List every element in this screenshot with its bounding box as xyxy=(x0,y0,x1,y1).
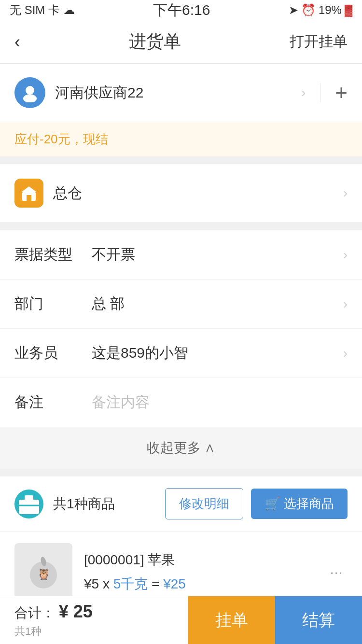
cart-icon: 🛒 xyxy=(265,496,280,511)
product-name: [0000001] 苹果 xyxy=(84,551,325,569)
warehouse-card: 总仓 › xyxy=(0,164,362,223)
battery-icon: ▓ xyxy=(345,4,352,16)
footer-total: 合计： ¥ 25 共1种 xyxy=(0,596,188,644)
supplier-card: 河南供应商22 › + 应付-20元，现结 xyxy=(0,64,362,156)
remark-label: 备注 xyxy=(14,392,82,412)
remark-row[interactable]: 备注 备注内容 xyxy=(0,378,362,427)
supplier-row[interactable]: 河南供应商22 › + xyxy=(0,64,362,122)
products-card: 共1种商品 修改明细 🛒 选择商品 🦉 [0000001] 苹果 xyxy=(0,476,362,613)
status-time: 下午6:16 xyxy=(153,0,210,20)
product-more-button[interactable]: ··· xyxy=(325,559,348,586)
footer-total-line: 合计： ¥ 25 xyxy=(14,602,174,622)
product-info: [0000001] 苹果 ¥5 x 5千克 = ¥25 xyxy=(84,551,325,593)
products-count: 共1种商品 xyxy=(53,495,165,513)
ticket-type-row[interactable]: 票据类型 不开票 › xyxy=(0,230,362,280)
page-title: 进货单 xyxy=(129,30,181,54)
back-button[interactable]: ‹ xyxy=(14,32,20,52)
ticket-type-value: 不开票 xyxy=(92,245,343,265)
total-amount: ¥ 25 xyxy=(59,602,93,621)
location-icon: ➤ xyxy=(289,3,298,17)
svg-rect-6 xyxy=(25,495,33,501)
footer: 合计： ¥ 25 共1种 挂单 结算 xyxy=(0,596,362,644)
svg-rect-5 xyxy=(19,500,39,514)
product-price: ¥5 x 5千克 = ¥25 xyxy=(84,575,325,593)
warehouse-name: 总仓 xyxy=(53,183,343,203)
open-hang-button[interactable]: 打开挂单 xyxy=(290,32,348,52)
battery-level: 19% xyxy=(319,3,342,17)
warehouse-icon xyxy=(14,179,43,208)
warehouse-chevron-icon: › xyxy=(343,185,348,201)
department-value: 总 部 xyxy=(92,294,343,314)
ticket-type-chevron-icon: › xyxy=(343,247,348,263)
select-product-button[interactable]: 🛒 选择商品 xyxy=(251,489,348,519)
supplier-notice: 应付-20元，现结 xyxy=(0,122,362,156)
svg-point-1 xyxy=(23,94,37,102)
status-left: 无 SIM 卡 ☁ xyxy=(10,2,75,18)
remark-placeholder: 备注内容 xyxy=(92,392,348,412)
hang-button[interactable]: 挂单 xyxy=(188,596,275,644)
department-label: 部门 xyxy=(14,294,82,314)
supplier-right: › + xyxy=(301,81,348,105)
warehouse-row[interactable]: 总仓 › xyxy=(0,164,362,223)
supplier-name: 河南供应商22 xyxy=(55,83,301,103)
salesperson-row[interactable]: 业务员 这是859的小智 › xyxy=(0,329,362,378)
select-product-label: 选择商品 xyxy=(284,495,334,512)
svg-text:🦉: 🦉 xyxy=(37,568,51,581)
product-thumbnail: 🦉 xyxy=(14,543,72,601)
svg-marker-3 xyxy=(21,186,37,192)
department-row[interactable]: 部门 总 部 › xyxy=(0,280,362,329)
status-bar: 无 SIM 卡 ☁ 下午6:16 ➤ ⏰ 19% ▓ xyxy=(0,0,362,20)
form-card: 票据类型 不开票 › 部门 总 部 › 业务员 这是859的小智 › 备注 备注… xyxy=(0,230,362,469)
supplier-avatar xyxy=(14,77,45,108)
products-header: 共1种商品 修改明细 🛒 选择商品 xyxy=(0,476,362,532)
main-content: 河南供应商22 › + 应付-20元，现结 总仓 › 票据类型 xyxy=(0,64,362,644)
svg-rect-4 xyxy=(27,195,31,201)
sim-status: 无 SIM 卡 ☁ xyxy=(10,2,75,18)
ticket-type-label: 票据类型 xyxy=(14,245,82,265)
salesperson-value: 这是859的小智 xyxy=(92,343,343,363)
edit-detail-button[interactable]: 修改明细 xyxy=(165,488,243,519)
svg-point-0 xyxy=(26,86,34,95)
supplier-chevron-icon: › xyxy=(301,85,306,100)
collapse-button[interactable]: 收起更多 ∧ xyxy=(0,427,362,469)
salesperson-chevron-icon: › xyxy=(343,346,348,361)
total-label: 合计： xyxy=(14,605,55,620)
footer-total-count: 共1种 xyxy=(14,624,174,639)
add-supplier-button[interactable]: + xyxy=(335,81,348,105)
products-icon xyxy=(14,490,43,518)
department-chevron-icon: › xyxy=(343,296,348,312)
vertical-divider xyxy=(320,83,320,102)
nav-bar: ‹ 进货单 打开挂单 xyxy=(0,20,362,64)
status-right: ➤ ⏰ 19% ▓ xyxy=(289,3,352,17)
alarm-icon: ⏰ xyxy=(301,3,316,17)
settle-button[interactable]: 结算 xyxy=(275,596,362,644)
salesperson-label: 业务员 xyxy=(14,343,82,363)
